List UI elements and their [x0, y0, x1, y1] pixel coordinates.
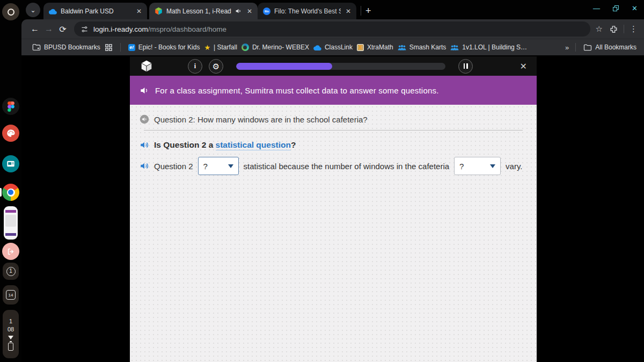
folder-icon	[583, 44, 592, 51]
bookmark-label: | Starfall	[214, 44, 237, 51]
gear-icon: ⚙	[213, 62, 219, 70]
speaker-icon[interactable]	[140, 85, 150, 96]
bookmark-xtramath[interactable]: X XtraMath	[357, 44, 393, 51]
network-icon	[8, 336, 13, 339]
shelf-item-figma[interactable]	[2, 98, 19, 115]
new-tab-button[interactable]: +	[365, 5, 371, 17]
pause-icon	[464, 63, 468, 69]
notification-counter[interactable]: 1	[3, 263, 19, 280]
launcher-button[interactable]	[2, 3, 19, 20]
close-tab-icon[interactable]: ✕	[135, 8, 143, 15]
answer-tail: vary.	[506, 162, 522, 171]
people-icon	[398, 45, 406, 50]
chevron-down-icon: ⌄	[30, 6, 35, 14]
apps-grid-icon[interactable]	[105, 44, 113, 52]
tab-separator	[361, 6, 361, 16]
shelf-item-kiosk[interactable]	[2, 155, 19, 172]
bookmark-label: XtraMath	[367, 44, 393, 51]
statistical-question-link[interactable]: statistical question	[216, 140, 291, 150]
bookmark-epic[interactable]: e! Epic! - Books for Kids	[128, 44, 200, 51]
bookmark-classlink[interactable]: ClassLink	[313, 44, 353, 51]
tab-baldwin-park[interactable]: Baldwin Park USD ✕	[43, 3, 147, 19]
answer-dropdown-2[interactable]: ?	[454, 157, 501, 175]
bookmark-label: Epic! - Books for Kids	[138, 44, 200, 51]
launcher-ring-icon	[8, 9, 14, 16]
epic-icon: e!	[128, 44, 135, 51]
info-icon: i	[194, 62, 196, 70]
answer-dropdown-1[interactable]: ?	[198, 157, 239, 175]
speaker-icon[interactable]	[140, 114, 149, 124]
battery-icon	[8, 343, 13, 351]
figma-icon	[8, 102, 14, 112]
filo-icon: filo	[263, 8, 270, 15]
lesson-progress-bar	[236, 63, 445, 70]
all-bookmarks-button[interactable]: All Bookmarks	[583, 44, 636, 51]
bookmarks-separator	[120, 43, 121, 52]
tab-audio-icon[interactable]	[235, 8, 242, 15]
pause-button[interactable]	[458, 59, 473, 74]
shelf-item-chrome[interactable]	[2, 184, 19, 201]
close-tab-icon[interactable]: ✕	[345, 8, 352, 15]
bookmarks-bar: BPUSD Bookmarks e! Epic! - Books for Kid…	[21, 39, 644, 55]
minimize-button[interactable]: —	[593, 4, 600, 12]
divider	[144, 130, 523, 131]
speaker-icon[interactable]	[140, 161, 149, 171]
all-bookmarks-label: All Bookmarks	[595, 44, 636, 51]
bookmark-1v1lol[interactable]: 1v1.LOL | Building S…	[450, 44, 527, 51]
shelf-item-canvas[interactable]	[2, 125, 19, 142]
lesson-banner: For a class assignment, Sumitra must col…	[130, 76, 537, 105]
tab-title: Math Lesson 1, i-Ready	[166, 8, 231, 15]
bookmark-smash-karts[interactable]: Smash Karts	[398, 44, 447, 51]
prompt-row: Is Question 2 a statistical question?	[130, 140, 537, 150]
bookmark-label: Dr. Merino- WEBEX	[252, 44, 309, 51]
dropdown-value: ?	[459, 162, 464, 171]
question-text: Question 2: How many windows are in the …	[154, 115, 368, 124]
info-button[interactable]: i	[188, 59, 202, 74]
question-row: Question 2: How many windows are in the …	[130, 114, 537, 124]
tab-title: Filo: The World's Best Study He	[274, 8, 341, 15]
bookmark-managed-folder[interactable]: BPUSD Bookmarks	[32, 44, 100, 51]
cloud-icon	[49, 8, 57, 15]
close-tab-icon[interactable]: ✕	[246, 8, 253, 15]
tab-strip: ⌄ Baldwin Park USD ✕ Math Lesson 1, i-Re…	[21, 0, 644, 19]
reload-button[interactable]: ⟳	[56, 24, 70, 34]
tab-search-button[interactable]: ⌄	[26, 3, 40, 17]
shelf-item-sign-out[interactable]	[2, 243, 19, 260]
tab-filo[interactable]: filo Filo: The World's Best Study He ✕	[258, 3, 356, 19]
bookmark-webex[interactable]: Dr. Merino- WEBEX	[241, 44, 309, 51]
webex-icon	[241, 44, 249, 51]
bookmark-starfall[interactable]: ★ | Starfall	[204, 44, 237, 52]
tab-math-lesson[interactable]: Math Lesson 1, i-Ready ✕	[149, 3, 258, 19]
shelf-item-window-preview[interactable]	[4, 206, 18, 240]
people-icon	[450, 45, 459, 50]
restore-button[interactable]	[613, 5, 619, 11]
notification-count: 1	[6, 267, 16, 276]
forward-button[interactable]: →	[42, 24, 56, 34]
star-icon: ★	[204, 44, 210, 52]
answer-middle: statistical because the number of window…	[244, 162, 450, 171]
bookmark-star-icon[interactable]: ☆	[596, 24, 603, 34]
back-button[interactable]: ←	[28, 24, 42, 34]
xtramath-icon: X	[357, 44, 364, 51]
status-tray[interactable]: 1 08	[3, 310, 19, 358]
tune-icon[interactable]	[80, 25, 89, 33]
card-icon	[6, 159, 16, 169]
iready-cube-icon	[155, 7, 163, 15]
url-text: login.i-ready.com/mspro/dashboard/home	[93, 25, 226, 33]
settings-button[interactable]: ⚙	[209, 59, 223, 74]
extensions-icon[interactable]	[609, 25, 618, 34]
bookmark-label: Smash Karts	[409, 44, 447, 51]
calendar-tray[interactable]: 14	[3, 285, 19, 305]
address-bar[interactable]: login.i-ready.com/mspro/dashboard/home	[74, 21, 590, 37]
speaker-icon[interactable]	[140, 140, 149, 150]
close-window-button[interactable]: ✕	[632, 4, 638, 12]
iready-cube-logo	[140, 59, 153, 73]
page-viewport: i ⚙ ✕ For a class assi	[21, 55, 644, 362]
browser-toolbar: ← → ⟳ login.i-ready.com/mspro/dashboard/…	[21, 19, 644, 39]
palette-icon	[6, 128, 16, 138]
bookmarks-overflow-button[interactable]: »	[565, 44, 568, 52]
menu-kebab-icon[interactable]: ⋮	[630, 24, 638, 34]
lesson-header: i ⚙ ✕	[130, 56, 537, 76]
screen: 1 14 1 08 ⌄ Baldwin Park USD ✕	[0, 0, 644, 362]
close-lesson-button[interactable]: ✕	[520, 61, 527, 71]
